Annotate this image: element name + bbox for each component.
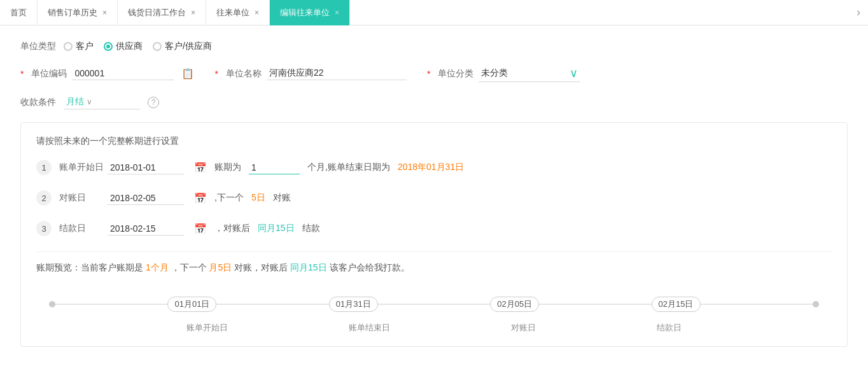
help-icon[interactable]: ?: [148, 97, 159, 108]
period-num-2: 2: [36, 190, 52, 206]
tab-partner-close[interactable]: ×: [255, 8, 259, 17]
unit-name-label: 单位名称: [226, 68, 262, 80]
payment-terms-value: 月结: [66, 96, 84, 108]
timeline-left-end: [49, 297, 55, 312]
unit-code-star: *: [20, 69, 24, 79]
timeline-end-dot: [813, 301, 819, 307]
period-month-input[interactable]: [249, 161, 300, 174]
payment-terms-select[interactable]: 月结 ∨: [64, 95, 140, 109]
tab-edit-partner-close[interactable]: ×: [335, 8, 339, 17]
section-title: 请按照未来的一个完整帐期进行设置: [36, 136, 832, 147]
unit-type-radio-group: 客户 供应商 客户/供应商: [64, 41, 212, 52]
tab-sales-order-label: 销售订单历史: [48, 7, 97, 18]
period-date-input-3[interactable]: [108, 222, 184, 236]
tab-edit-partner-label: 编辑往来单位: [280, 7, 330, 18]
preview-orange2: 月5日: [209, 262, 232, 272]
period-row-3: 3 结款日 📅 ，对账后 同月15日 结款: [36, 221, 832, 236]
unit-category-group: * 单位分类 未分类 ∨: [427, 65, 580, 82]
preview-mid1: ，下一个: [171, 262, 207, 272]
unit-category-star: *: [427, 69, 430, 79]
period-section-box: 请按照未来的一个完整帐期进行设置 1 账单开始日 📅 账期为 个月,账单结束日期…: [20, 122, 848, 347]
period-date-input-1[interactable]: [108, 161, 184, 174]
period-suffix-1: 个月,账单结束日期为: [307, 162, 390, 173]
period-num-3: 3: [36, 221, 52, 236]
tab-cash-work-label: 钱货日清工作台: [128, 7, 186, 18]
preview-bar: 账期预览：当前客户账期是 1个月 ，下一个 月5日 对账，对账后 同月15日 该…: [36, 251, 832, 274]
timeline-label-1: 账单开始日: [186, 322, 228, 334]
period-calendar-icon-2[interactable]: 📅: [194, 192, 207, 204]
unit-type-row: 单位类型 客户 供应商 客户/供应商: [20, 41, 848, 52]
period-field-label-2: 对账日: [59, 192, 100, 204]
unit-name-input[interactable]: [267, 67, 407, 80]
timeline-pill-1: 01月01日: [167, 297, 216, 312]
preview-prefix: 账期预览：当前客户账期是: [36, 262, 143, 272]
radio-customer[interactable]: 客户: [64, 41, 94, 52]
period-highlight-day-3: 同月15日: [258, 223, 295, 234]
radio-customer-circle: [64, 42, 73, 51]
period-calendar-icon-3[interactable]: 📅: [194, 223, 207, 235]
period-prefix-3: ，对账后: [214, 223, 250, 234]
timeline-pill-3: 02月05日: [490, 297, 539, 312]
period-highlight-date-1: 2018年01月31日: [398, 162, 464, 173]
unit-code-group: * 单位编码 📋: [20, 67, 194, 80]
unit-name-group: * 单位名称: [214, 67, 406, 80]
period-suffix-2: 对账: [273, 192, 291, 204]
period-prefix-2: ,下一个: [214, 192, 244, 204]
preview-teal1: 同月15日: [290, 262, 327, 272]
radio-both-circle: [153, 42, 162, 51]
timeline-label-3: 对账日: [511, 322, 536, 334]
period-field-label-1: 账单开始日: [59, 162, 100, 173]
period-date-input-2[interactable]: [108, 192, 184, 205]
timeline-start-dot: [49, 301, 55, 307]
radio-both-label: 客户/供应商: [165, 41, 212, 52]
unit-code-input[interactable]: [72, 67, 174, 80]
tab-cash-work[interactable]: 钱货日清工作台 ×: [118, 0, 206, 25]
period-calendar-icon-1[interactable]: 📅: [194, 162, 207, 174]
tabs-expand-button[interactable]: ›: [849, 6, 868, 19]
tab-home[interactable]: 首页: [0, 0, 38, 25]
timeline-node-1: 01月01日: [167, 297, 216, 312]
tab-sales-order-history[interactable]: 销售订单历史 ×: [38, 0, 118, 25]
payment-terms-label: 收款条件: [20, 97, 56, 108]
tab-cash-work-close[interactable]: ×: [191, 8, 195, 17]
tab-sales-order-close[interactable]: ×: [102, 8, 107, 17]
tab-partner[interactable]: 往来单位 ×: [206, 0, 270, 25]
preview-mid2: 对账，对账后: [234, 262, 288, 272]
period-suffix-3: 结款: [302, 223, 320, 234]
timeline-label-spacer-right: [802, 322, 809, 334]
timeline-points: 01月01日 01月31日 02月05日 02月15日: [49, 297, 819, 312]
tab-partner-label: 往来单位: [216, 7, 249, 18]
period-num-1: 1: [36, 160, 52, 175]
tab-edit-partner[interactable]: 编辑往来单位 ×: [270, 0, 350, 25]
radio-supplier[interactable]: 供应商: [104, 41, 143, 52]
timeline-pill-2: 01月31日: [329, 297, 378, 312]
period-row-1: 1 账单开始日 📅 账期为 个月,账单结束日期为 2018年01月31日: [36, 160, 832, 175]
period-prefix-1: 账期为: [214, 162, 241, 173]
timeline-section: 01月01日 01月31日 02月05日 02月15日: [36, 292, 832, 334]
period-field-label-3: 结款日: [59, 223, 100, 234]
timeline-right-end: [813, 297, 819, 312]
unit-name-star: *: [214, 69, 218, 79]
unit-code-label: 单位编码: [31, 68, 67, 80]
main-content: 单位类型 客户 供应商 客户/供应商 * 单位编码 📋 *: [0, 25, 868, 387]
unit-type-label: 单位类型: [20, 41, 56, 52]
unit-category-chevron-icon: ∨: [570, 66, 578, 80]
preview-orange1: 1个月: [146, 262, 169, 272]
radio-customer-label: 客户: [76, 41, 94, 52]
tab-home-label: 首页: [10, 7, 27, 18]
code-name-category-row: * 单位编码 📋 * 单位名称 * 单位分类 未分类 ∨: [20, 65, 848, 82]
payment-terms-row: 收款条件 月结 ∨ ?: [20, 95, 848, 109]
unit-category-select[interactable]: 未分类 ∨: [479, 65, 580, 82]
timeline-node-3: 02月05日: [490, 297, 539, 312]
timeline-pill-4: 02月15日: [652, 297, 701, 312]
timeline-node-2: 01月31日: [329, 297, 378, 312]
unit-code-calendar-icon[interactable]: 📋: [181, 67, 194, 80]
radio-both[interactable]: 客户/供应商: [153, 41, 212, 52]
timeline-label-2: 账单结束日: [349, 322, 390, 334]
timeline-labels-row: 账单开始日 账单结束日 对账日 结款日: [49, 322, 819, 334]
radio-supplier-label: 供应商: [116, 41, 143, 52]
timeline-node-4: 02月15日: [652, 297, 701, 312]
tabs-bar: 首页 销售订单历史 × 钱货日清工作台 × 往来单位 × 编辑往来单位 × ›: [0, 0, 868, 25]
payment-terms-chevron-icon: ∨: [87, 97, 92, 106]
timeline-track: 01月01日 01月31日 02月05日 02月15日: [49, 292, 819, 317]
